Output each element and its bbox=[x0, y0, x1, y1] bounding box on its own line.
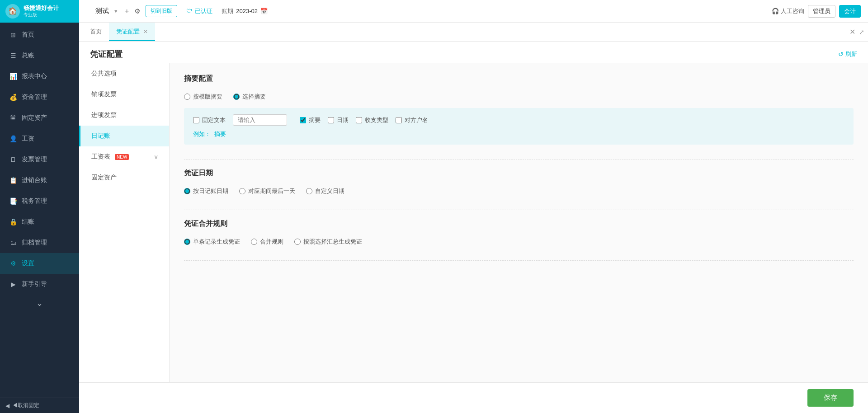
sidebar-item-assets[interactable]: 🏛 固定资产 bbox=[0, 108, 79, 128]
logo-text: 畅捷通好会计 专业版 bbox=[24, 5, 59, 18]
sidebar-item-label: 固定资产 bbox=[22, 114, 47, 122]
checkbox-fixed-text[interactable]: 固定文本 bbox=[193, 116, 226, 124]
logo-icon: 🏠 bbox=[5, 4, 20, 19]
sidebar-item-archive[interactable]: 🗂 归档管理 bbox=[0, 232, 79, 253]
accountant-btn[interactable]: 会计 bbox=[839, 5, 861, 18]
radio-custom-date-input[interactable] bbox=[306, 188, 312, 194]
tab-home[interactable]: 首页 bbox=[83, 23, 109, 41]
switch-old-btn[interactable]: 切到旧版 bbox=[146, 5, 177, 17]
assets-icon: 🏛 bbox=[9, 114, 17, 122]
shield-icon: 🛡 bbox=[186, 8, 192, 14]
nav-payroll[interactable]: 工资表 NEW ∨ bbox=[79, 146, 169, 167]
page-content: 凭证配置 ↺ 刷新 公共选项 销项发票 进项发票 bbox=[79, 42, 868, 413]
nav-sales-invoice[interactable]: 销项发票 bbox=[79, 84, 169, 105]
radio-period-last-input[interactable] bbox=[239, 188, 245, 194]
fixed-text-checkbox[interactable] bbox=[193, 117, 199, 123]
checkbox-date[interactable]: 日期 bbox=[328, 116, 349, 124]
summary-checkbox[interactable] bbox=[300, 117, 306, 123]
radio-summary-gen[interactable]: 按照选择汇总生成凭证 bbox=[294, 238, 362, 246]
radio-custom-date[interactable]: 自定义日期 bbox=[306, 187, 344, 195]
nav-journal[interactable]: 日记账 bbox=[79, 126, 169, 146]
radio-single[interactable]: 单条记录生成凭证 bbox=[184, 238, 240, 246]
home-icon: ⊞ bbox=[9, 31, 17, 39]
dropdown-arrow[interactable]: ▾ bbox=[114, 8, 118, 14]
radio-select[interactable]: 选择摘要 bbox=[233, 93, 266, 101]
ledger-icon: ☰ bbox=[9, 52, 17, 60]
header-actions: 🎧 人工咨询 管理员 会计 bbox=[772, 5, 861, 18]
radio-summary-gen-input[interactable] bbox=[294, 239, 301, 245]
radio-merge[interactable]: 合并规则 bbox=[251, 238, 283, 246]
sidebar-item-home[interactable]: ⊞ 首页 bbox=[0, 24, 79, 45]
period-label: 账期 bbox=[222, 7, 233, 15]
capital-icon: 💰 bbox=[9, 93, 17, 101]
divider-2 bbox=[184, 210, 854, 210]
refresh-icon: ↺ bbox=[838, 51, 844, 58]
radio-template[interactable]: 按模版摘要 bbox=[184, 93, 222, 101]
sidebar-item-label: 设置 bbox=[22, 259, 34, 268]
unfix-btn[interactable]: ◀ ◀取消固定 bbox=[0, 398, 79, 413]
report-icon: 📊 bbox=[9, 72, 17, 80]
sidebar-item-sales[interactable]: 📋 进销台账 bbox=[0, 170, 79, 191]
save-btn[interactable]: 保存 bbox=[807, 389, 854, 407]
right-content: 摘要配置 按模版摘要 选择摘要 bbox=[170, 63, 868, 382]
sidebar-item-guide[interactable]: ▶ 新手引导 bbox=[0, 274, 79, 295]
page-footer: 保存 bbox=[79, 382, 868, 413]
voucher-date-section: 凭证日期 按日记账日期 对应期间最后一天 bbox=[184, 169, 854, 195]
radio-template-input[interactable] bbox=[184, 94, 190, 100]
radio-period-last[interactable]: 对应期间最后一天 bbox=[239, 187, 295, 195]
voucher-date-radio-group: 按日记账日期 对应期间最后一天 自定义日期 bbox=[184, 187, 854, 195]
checkbox-counterpart[interactable]: 对方户名 bbox=[396, 116, 428, 124]
settings-icon[interactable]: ⚙ bbox=[134, 7, 140, 15]
sidebar-item-report[interactable]: 📊 报表中心 bbox=[0, 66, 79, 87]
admin-btn[interactable]: 管理员 bbox=[808, 5, 835, 18]
split-layout: 公共选项 销项发票 进项发票 日记账 工资表 NEW bbox=[79, 63, 868, 382]
radio-select-input[interactable] bbox=[233, 94, 240, 100]
sidebar-item-capital[interactable]: 💰 资金管理 bbox=[0, 87, 79, 108]
salary-icon: 👤 bbox=[9, 135, 17, 143]
calendar-icon[interactable]: 📅 bbox=[260, 8, 268, 14]
close-tab-icon[interactable]: ✕ bbox=[143, 28, 148, 35]
sidebar-item-invoice[interactable]: 🗒 发票管理 bbox=[0, 149, 79, 170]
sidebar-item-tax[interactable]: 📑 税务管理 bbox=[0, 191, 79, 211]
sidebar-item-ledger[interactable]: ☰ 总账 bbox=[0, 45, 79, 66]
radio-journal-date[interactable]: 按日记账日期 bbox=[184, 187, 228, 195]
fixed-text-input[interactable] bbox=[233, 114, 287, 126]
sidebar-item-label: 报表中心 bbox=[22, 72, 47, 80]
voucher-date-title: 凭证日期 bbox=[184, 169, 854, 178]
top-header: 🏠 畅捷通好会计 专业版 测试 ▾ + ⚙ 切到旧版 🛡 已认证 账期 2023… bbox=[0, 0, 868, 23]
add-btn[interactable]: + bbox=[125, 7, 129, 15]
certified-badge: 已认证 bbox=[195, 7, 212, 15]
counterpart-checkbox[interactable] bbox=[396, 117, 402, 123]
radio-merge-input[interactable] bbox=[251, 239, 257, 245]
sidebar-item-settings[interactable]: ⚙ 设置 bbox=[0, 253, 79, 274]
nav-fixed-assets[interactable]: 固定资产 bbox=[79, 167, 169, 188]
sidebar-item-close[interactable]: 🔒 结账 bbox=[0, 211, 79, 232]
date-checkbox[interactable] bbox=[328, 117, 334, 123]
tax-icon: 📑 bbox=[9, 197, 17, 205]
radio-single-input[interactable] bbox=[184, 239, 190, 245]
project-name: 测试 bbox=[95, 7, 109, 15]
cashflow-checkbox[interactable] bbox=[356, 117, 362, 123]
sidebar-item-salary[interactable]: 👤 工资 bbox=[0, 128, 79, 149]
scroll-down[interactable]: ⌄ bbox=[0, 295, 79, 312]
checkbox-summary[interactable]: 摘要 bbox=[300, 116, 321, 124]
sidebar-item-label: 资金管理 bbox=[22, 93, 47, 101]
close-books-icon: 🔒 bbox=[9, 218, 17, 226]
guide-icon: ▶ bbox=[9, 280, 17, 288]
archive-icon: 🗂 bbox=[9, 239, 17, 247]
refresh-btn[interactable]: ↺ 刷新 bbox=[838, 50, 857, 58]
radio-journal-date-input[interactable] bbox=[184, 188, 190, 194]
checkbox-cashflow[interactable]: 收支类型 bbox=[356, 116, 388, 124]
sidebar-item-label: 首页 bbox=[22, 31, 34, 39]
expand-arrow-icon: ∨ bbox=[154, 153, 158, 160]
consult-btn[interactable]: 🎧 人工咨询 bbox=[772, 7, 804, 15]
nav-purchase-invoice[interactable]: 进项发票 bbox=[79, 105, 169, 126]
content-area: 首页 凭证配置 ✕ ✕ ⤢ 凭证配置 ↺ 刷新 bbox=[79, 23, 868, 413]
tab-voucher-config[interactable]: 凭证配置 ✕ bbox=[109, 23, 155, 41]
config-box-row: 固定文本 摘要 日期 bbox=[193, 114, 844, 126]
sidebar-item-label: 总账 bbox=[22, 52, 34, 60]
example-text: 例如： 摘要 bbox=[193, 130, 844, 138]
nav-public[interactable]: 公共选项 bbox=[79, 63, 169, 84]
expand-icon[interactable]: ⤢ bbox=[859, 28, 864, 36]
close-panel-icon[interactable]: ✕ bbox=[849, 28, 855, 36]
